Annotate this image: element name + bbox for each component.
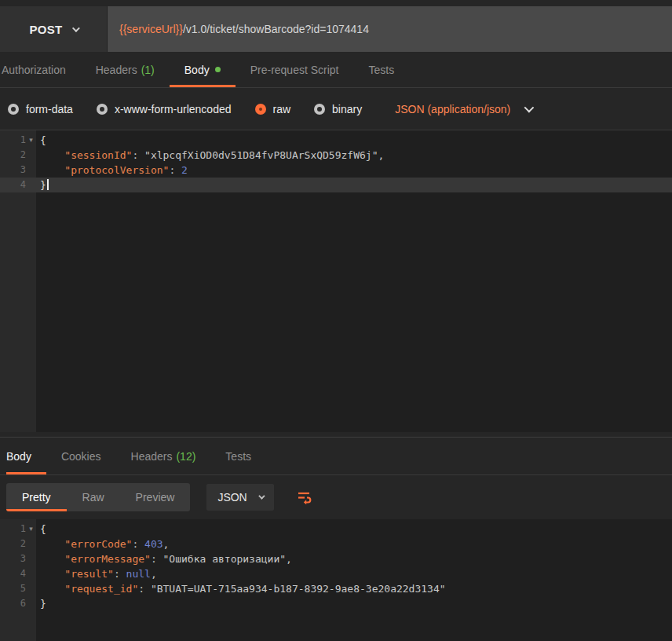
code-line[interactable]: 1▾{ xyxy=(0,133,672,148)
wrap-lines-icon xyxy=(295,489,312,506)
tab-label: Headers xyxy=(131,450,173,463)
response-tab-cookies[interactable]: Cookies xyxy=(46,438,116,474)
tab-tests[interactable]: Tests xyxy=(354,52,410,87)
radio-unselected-icon xyxy=(97,104,108,115)
code-text: "result": null, xyxy=(36,566,672,581)
chevron-down-icon xyxy=(258,493,265,499)
headers-count-badge: (1) xyxy=(141,64,155,76)
code-line[interactable]: 2 "errorCode": 403, xyxy=(0,537,672,551)
tab-headers[interactable]: Headers (1) xyxy=(81,52,170,87)
line-number-gutter: 3 xyxy=(0,163,36,178)
code-line[interactable]: 1▾{ xyxy=(0,522,672,537)
view-label: Preview xyxy=(136,491,175,504)
response-tab-tests[interactable]: Tests xyxy=(210,438,266,474)
code-line[interactable]: 3 "protocolVersion": 2 xyxy=(0,163,672,178)
preview-view-button[interactable]: Preview xyxy=(120,483,191,511)
view-label: Raw xyxy=(82,491,104,504)
tab-label: Cookies xyxy=(61,450,101,463)
code-text: "errorMessage": "Ошибка авторизации", xyxy=(36,551,672,566)
code-line[interactable]: 5 "request_id": "BTUAT=UAT-715aa934-b187… xyxy=(0,581,672,596)
request-tabs: Authorization Headers (1) Body Pre-reque… xyxy=(0,52,672,88)
radio-binary[interactable]: binary xyxy=(314,103,362,115)
pretty-view-button[interactable]: Pretty xyxy=(6,483,67,511)
code-text: } xyxy=(36,178,672,192)
content-type-value: JSON (application/json) xyxy=(395,103,510,115)
chevron-down-icon xyxy=(71,24,79,32)
line-number-gutter: 2 xyxy=(0,537,36,551)
tab-label: Headers xyxy=(96,64,137,76)
request-body-editor[interactable]: 1▾{2 "sessionId": "xlpcqfXiOD0dv51D84fvP… xyxy=(0,130,672,432)
line-number-gutter: 5 xyxy=(0,581,36,596)
code-text: "request_id": "BTUAT=UAT-715aa934-b187-8… xyxy=(36,581,672,596)
code-text: { xyxy=(36,133,672,148)
view-label: Pretty xyxy=(22,491,51,504)
tab-body[interactable]: Body xyxy=(170,52,236,87)
line-number-gutter: 1▾ xyxy=(0,133,36,148)
body-filled-dot-icon xyxy=(215,67,221,72)
url-variable: {{serviceUrl}} xyxy=(119,23,183,35)
body-type-bar: form-data x-www-form-urlencoded raw bina… xyxy=(0,88,672,130)
chevron-down-icon xyxy=(524,103,535,113)
line-number-gutter: 2 xyxy=(0,148,36,163)
code-line[interactable]: 4 "result": null, xyxy=(0,566,672,581)
code-text: } xyxy=(36,596,672,611)
code-text: { xyxy=(36,522,672,537)
line-number-gutter: 6 xyxy=(0,596,36,611)
content-type-select[interactable]: JSON (application/json) xyxy=(395,103,531,115)
radio-unselected-icon xyxy=(8,104,19,115)
line-number-gutter: 4 xyxy=(0,178,36,192)
tab-authorization[interactable]: Authorization xyxy=(0,52,81,87)
response-format-select[interactable]: JSON xyxy=(206,483,274,511)
method-label: POST xyxy=(29,23,62,36)
response-format-value: JSON xyxy=(217,491,247,504)
tab-label: Body xyxy=(184,64,210,76)
code-line[interactable]: 2 "sessionId": "xlpcqfXiOD0dv51D84fvP8UA… xyxy=(0,148,672,163)
url-path: /v1.0/ticket/showBarcode?id=1074414 xyxy=(183,23,369,35)
line-number-gutter: 1▾ xyxy=(0,522,36,537)
code-text: "errorCode": 403, xyxy=(36,537,672,551)
radio-form-data[interactable]: form-data xyxy=(8,103,73,115)
request-url-bar: POST {{serviceUrl}}/v1.0/ticket/showBarc… xyxy=(0,6,672,52)
response-headers-count-badge: (12) xyxy=(176,450,195,463)
code-text: "sessionId": "xlpcqfXiOD0dv51D84fvP8UArS… xyxy=(36,148,672,163)
response-view-switch: Pretty Raw Preview xyxy=(6,483,190,511)
tab-label: Body xyxy=(6,450,31,463)
raw-view-button[interactable]: Raw xyxy=(67,483,120,511)
fold-toggle-icon[interactable]: ▾ xyxy=(26,522,36,537)
radio-selected-icon xyxy=(255,104,266,115)
text-caret xyxy=(47,179,49,190)
tab-label: Pre-request Script xyxy=(250,64,339,76)
line-number-gutter: 4 xyxy=(0,566,36,581)
code-line[interactable]: 6} xyxy=(0,596,672,611)
tab-label: Tests xyxy=(369,64,395,76)
fold-toggle-icon[interactable]: ▾ xyxy=(26,133,36,148)
code-line[interactable]: 3 "errorMessage": "Ошибка авторизации", xyxy=(0,551,672,566)
tab-label: Tests xyxy=(225,450,251,463)
postman-window: POST {{serviceUrl}}/v1.0/ticket/showBarc… xyxy=(0,0,672,641)
response-toolbar: Pretty Raw Preview JSON xyxy=(0,475,672,519)
response-tab-headers[interactable]: Headers (12) xyxy=(116,438,211,474)
radio-x-www-form-urlencoded[interactable]: x-www-form-urlencoded xyxy=(97,103,232,115)
tab-pre-request-script[interactable]: Pre-request Script xyxy=(236,52,354,87)
tab-label: Authorization xyxy=(2,64,66,76)
wrap-lines-button[interactable] xyxy=(289,483,319,511)
response-body-editor[interactable]: 1▾{2 "errorCode": 403,3 "errorMessage": … xyxy=(0,519,672,641)
url-input[interactable]: {{serviceUrl}}/v1.0/ticket/showBarcode?i… xyxy=(108,6,672,52)
response-tab-body[interactable]: Body xyxy=(6,438,46,474)
response-tabs: Body Cookies Headers (12) Tests xyxy=(0,437,672,475)
radio-unselected-icon xyxy=(314,104,325,115)
radio-raw[interactable]: raw xyxy=(255,103,291,115)
method-selector[interactable]: POST xyxy=(0,6,108,52)
line-number-gutter: 3 xyxy=(0,551,36,566)
code-text: "protocolVersion": 2 xyxy=(36,163,672,178)
code-line[interactable]: 4} xyxy=(0,178,672,192)
